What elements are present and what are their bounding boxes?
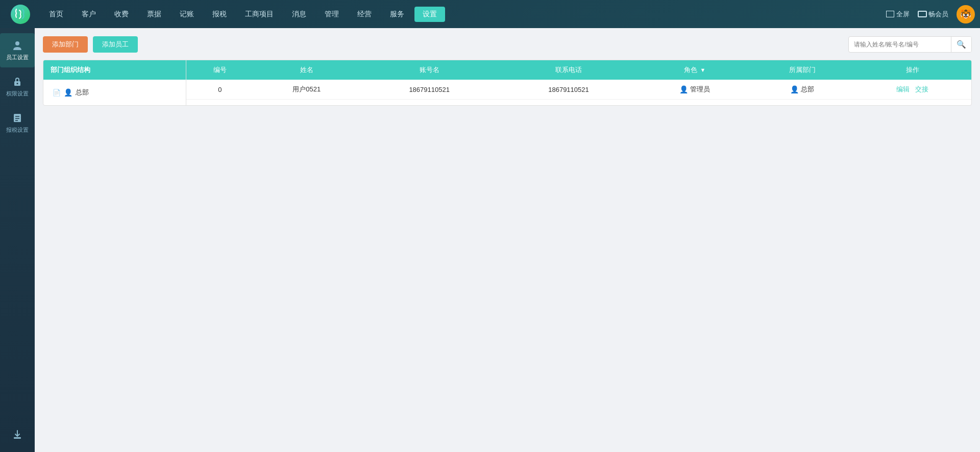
- nav-item-service[interactable]: 服务: [382, 7, 412, 22]
- nav-item-fees[interactable]: 收费: [106, 7, 137, 22]
- col-phone: 联系电话: [499, 60, 639, 80]
- search-button[interactable]: 🔍: [951, 37, 971, 52]
- content-area: 添加部门 添加员工 🔍 部门组织结构 📄 👤 总部: [35, 28, 980, 452]
- add-dept-button[interactable]: 添加部门: [43, 36, 88, 53]
- sidebar-download-btn[interactable]: [0, 422, 35, 447]
- download-icon: [11, 429, 23, 441]
- sidebar-item-tax-settings[interactable]: 报税设置: [0, 106, 35, 140]
- cell-account: 18679110521: [360, 80, 499, 100]
- nav-item-message[interactable]: 消息: [284, 7, 314, 22]
- dept-tree: 部门组织结构 📄 👤 总部: [43, 60, 186, 105]
- col-dept: 所属部门: [751, 60, 853, 80]
- search-icon: 🔍: [957, 40, 966, 49]
- avatar-icon: 🐯: [960, 9, 971, 20]
- cell-phone: 18679110521: [499, 80, 639, 100]
- nav-item-manage[interactable]: 管理: [316, 7, 347, 22]
- edit-link[interactable]: 编辑: [896, 85, 910, 93]
- nav-item-home[interactable]: 首页: [41, 7, 71, 22]
- table-header-row: 编号 姓名 账号名 联系电话 角色 ▼ 所属部门 操作: [186, 60, 971, 80]
- sidebar-item-employee-label: 员工设置: [6, 54, 29, 61]
- col-account: 账号名: [360, 60, 499, 80]
- nav-item-settings[interactable]: 设置: [414, 7, 445, 22]
- permissions-icon: [11, 76, 23, 88]
- sidebar-item-employee-settings[interactable]: 员工设置: [0, 33, 35, 67]
- svg-point-0: [15, 41, 19, 45]
- emp-table: 编号 姓名 账号名 联系电话 角色 ▼ 所属部门 操作: [186, 60, 971, 105]
- add-emp-button[interactable]: 添加员工: [93, 36, 138, 53]
- employee-settings-icon: [11, 39, 23, 52]
- vip-label: 畅会员: [928, 10, 948, 19]
- role-label: 管理员: [690, 85, 710, 94]
- dept-tree-body: 📄 👤 总部: [43, 80, 186, 105]
- cell-name: 用户0521: [254, 80, 360, 100]
- fullscreen-label: 全屏: [896, 10, 910, 19]
- cell-role: 👤 管理员: [638, 80, 751, 100]
- nav-item-operation[interactable]: 经营: [349, 7, 380, 22]
- sidebar-item-permissions[interactable]: 权限设置: [0, 69, 35, 104]
- nav-item-tax[interactable]: 报税: [204, 7, 235, 22]
- vip-icon: [918, 11, 927, 17]
- file-icon: 📄: [53, 89, 61, 97]
- svg-point-2: [17, 83, 18, 84]
- fullscreen-icon: [886, 11, 894, 17]
- transfer-link[interactable]: 交接: [915, 85, 928, 93]
- cell-id: 0: [186, 80, 254, 100]
- col-actions: 操作: [853, 60, 971, 80]
- main-layout: 员工设置 权限设置 报税设置: [0, 28, 980, 452]
- nav-right: 全屏 畅会员 🐯: [886, 5, 975, 23]
- sidebar: 员工设置 权限设置 报税设置: [0, 28, 35, 452]
- col-name: 姓名: [254, 60, 360, 80]
- top-navigation: 首页 客户 收费 票据 记账 报税 工商项目 消息 管理 经营 服务 设置 全屏…: [0, 0, 980, 28]
- role-filter-icon: ▼: [700, 67, 705, 73]
- dept-tree-header: 部门组织结构: [43, 60, 186, 80]
- logo-icon: [11, 5, 30, 24]
- nav-item-bizproject[interactable]: 工商项目: [237, 7, 282, 22]
- employee-table: 编号 姓名 账号名 联系电话 角色 ▼ 所属部门 操作: [186, 60, 971, 100]
- nav-item-customer[interactable]: 客户: [74, 7, 104, 22]
- svg-rect-7: [14, 437, 21, 439]
- vip-btn[interactable]: 畅会员: [918, 10, 948, 19]
- sidebar-item-tax-label: 报税设置: [6, 126, 29, 134]
- col-id: 编号: [186, 60, 254, 80]
- search-input[interactable]: [849, 38, 951, 51]
- dept-item-label: 总部: [76, 88, 89, 97]
- fullscreen-btn[interactable]: 全屏: [886, 10, 910, 19]
- search-box: 🔍: [848, 36, 972, 53]
- nav-item-invoice[interactable]: 票据: [139, 7, 169, 22]
- dept-label: 总部: [801, 85, 814, 94]
- tax-settings-icon: [11, 112, 23, 124]
- panel-layout: 部门组织结构 📄 👤 总部 编号 姓名 账号名: [43, 60, 972, 106]
- dept-person-icon: 👤: [790, 85, 799, 93]
- cell-dept: 👤 总部: [751, 80, 853, 100]
- cell-actions: 编辑 交接: [853, 80, 971, 100]
- user-avatar[interactable]: 🐯: [957, 5, 975, 23]
- nav-items: 首页 客户 收费 票据 记账 报税 工商项目 消息 管理 经营 服务 设置: [36, 7, 886, 22]
- nav-item-accounting[interactable]: 记账: [172, 7, 202, 22]
- role-person-icon: 👤: [679, 85, 688, 93]
- logo: [5, 0, 36, 28]
- dept-item-general[interactable]: 📄 👤 总部: [48, 85, 181, 100]
- col-role[interactable]: 角色 ▼: [638, 60, 751, 80]
- dept-person-icon: 👤: [64, 88, 72, 97]
- toolbar: 添加部门 添加员工 🔍: [43, 36, 972, 53]
- table-row: 0 用户0521 18679110521 18679110521 👤 管理员 👤…: [186, 80, 971, 100]
- sidebar-item-permissions-label: 权限设置: [6, 90, 29, 98]
